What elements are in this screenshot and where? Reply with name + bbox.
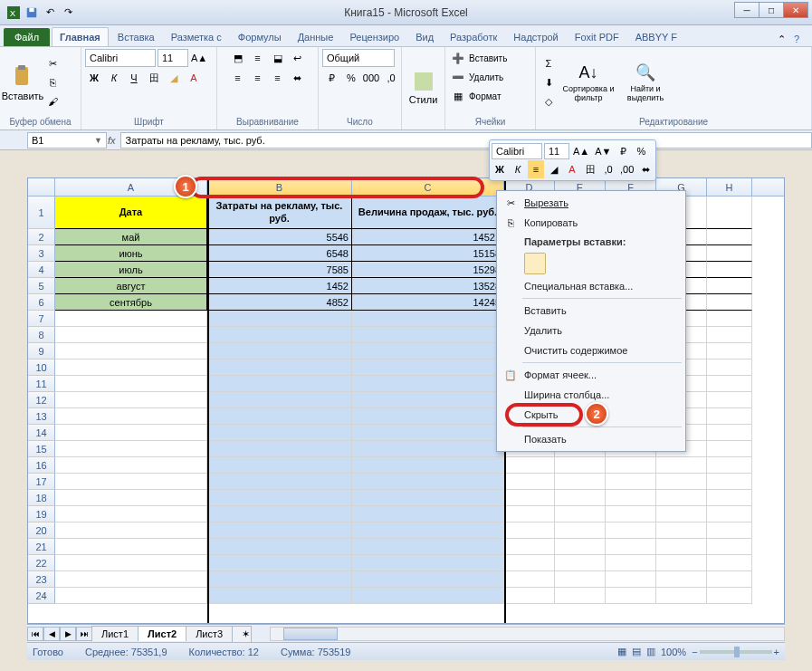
ctx-column-width[interactable]: Ширина столбца... <box>499 385 683 405</box>
tab-home[interactable]: Главная <box>52 27 109 46</box>
cell[interactable] <box>555 522 606 539</box>
close-button[interactable]: ✕ <box>783 2 808 18</box>
cell[interactable]: Затраты на рекламу, тыс. руб. <box>207 197 352 229</box>
cell[interactable] <box>352 392 504 408</box>
align-bot-icon[interactable]: ⬓ <box>269 49 287 67</box>
cell[interactable] <box>707 408 752 425</box>
font-color-icon[interactable]: A <box>185 69 203 87</box>
sheet-nav-last[interactable]: ⏭ <box>76 627 92 641</box>
mini-fill-icon[interactable]: ◢ <box>546 160 562 178</box>
cell[interactable] <box>707 359 752 376</box>
cell[interactable] <box>707 343 752 359</box>
row-header[interactable]: 11 <box>28 376 55 392</box>
cell[interactable] <box>55 539 207 555</box>
row-header[interactable]: 4 <box>28 262 55 278</box>
ctx-clear[interactable]: Очистить содержимое <box>499 340 683 360</box>
cell[interactable] <box>207 490 352 506</box>
mini-dec-dec-icon[interactable]: ,00 <box>618 160 635 178</box>
cell[interactable]: май <box>55 229 207 245</box>
cell[interactable] <box>707 571 752 588</box>
col-header-b[interactable]: B <box>207 178 352 196</box>
ctx-paste-special[interactable]: Специальная вставка... <box>499 276 683 296</box>
fill-color-icon[interactable]: ◢ <box>165 69 183 87</box>
cell[interactable] <box>504 506 555 522</box>
cell[interactable] <box>606 571 656 588</box>
mini-bold-icon[interactable]: Ж <box>492 160 508 178</box>
cell[interactable] <box>352 506 504 522</box>
cell[interactable] <box>55 425 207 441</box>
mini-align-icon[interactable]: ≡ <box>528 160 544 178</box>
cell[interactable] <box>606 555 656 571</box>
cell[interactable] <box>55 343 207 359</box>
cell[interactable] <box>656 522 707 539</box>
cell[interactable] <box>504 457 555 474</box>
cell[interactable] <box>352 343 504 359</box>
col-header-h[interactable]: H <box>707 178 752 196</box>
cell[interactable] <box>352 359 504 376</box>
cell[interactable] <box>504 571 555 588</box>
row-header[interactable]: 21 <box>28 539 55 555</box>
grow-font-icon[interactable]: A▲ <box>190 49 208 67</box>
cell[interactable] <box>55 571 207 588</box>
row-header[interactable]: 18 <box>28 490 55 506</box>
minimize-button[interactable]: ─ <box>734 2 759 18</box>
cell[interactable] <box>55 506 207 522</box>
mini-fontcolor-icon[interactable]: A <box>564 160 580 178</box>
cell[interactable]: 1452 <box>207 278 352 294</box>
cell[interactable] <box>55 392 207 408</box>
cell[interactable] <box>55 359 207 376</box>
namebox-dropdown-icon[interactable]: ▼ <box>94 136 102 145</box>
cell[interactable] <box>606 522 656 539</box>
mini-inc-dec-icon[interactable]: ,0 <box>600 160 616 178</box>
hscroll-thumb[interactable] <box>283 628 338 640</box>
insert-cells-icon[interactable]: ➕ <box>449 49 467 67</box>
view-pagebreak-icon[interactable]: ▥ <box>646 646 655 657</box>
mini-shrink-font-icon[interactable]: A▼ <box>593 142 613 160</box>
cell[interactable] <box>352 457 504 474</box>
tab-file[interactable]: Файл <box>4 28 50 46</box>
mini-italic-icon[interactable]: К <box>510 160 526 178</box>
cell[interactable] <box>504 522 555 539</box>
cell[interactable] <box>207 441 352 457</box>
cell[interactable] <box>707 245 752 262</box>
maximize-button[interactable]: □ <box>759 2 784 18</box>
row-header[interactable]: 3 <box>28 245 55 262</box>
cell[interactable]: сентябрь <box>55 294 207 311</box>
cell[interactable] <box>707 588 752 604</box>
cell[interactable] <box>707 474 752 490</box>
row-header[interactable]: 12 <box>28 392 55 408</box>
cell[interactable] <box>656 588 707 604</box>
cell[interactable]: 15158 <box>352 245 504 262</box>
insert-cells-label[interactable]: Вставить <box>469 53 507 63</box>
cell[interactable] <box>707 197 752 229</box>
format-cells-icon[interactable]: ▦ <box>449 87 467 105</box>
align-right-icon[interactable]: ≡ <box>269 69 287 87</box>
cell[interactable] <box>352 441 504 457</box>
cell[interactable] <box>352 555 504 571</box>
align-top-icon[interactable]: ⬒ <box>229 49 247 67</box>
currency-icon[interactable]: ₽ <box>322 69 340 87</box>
cell[interactable] <box>207 457 352 474</box>
mini-border-icon[interactable]: 田 <box>582 160 598 178</box>
percent-icon[interactable]: % <box>342 69 360 87</box>
cell[interactable] <box>707 229 752 245</box>
cell[interactable] <box>606 506 656 522</box>
cell[interactable] <box>207 555 352 571</box>
fx-icon[interactable]: fx <box>108 135 116 146</box>
cell[interactable] <box>555 571 606 588</box>
cell[interactable] <box>656 555 707 571</box>
border-icon[interactable]: 田 <box>145 69 163 87</box>
col-header-c[interactable]: C <box>352 178 504 196</box>
row-header[interactable]: 23 <box>28 571 55 588</box>
tab-addins[interactable]: Надстрой <box>506 28 565 46</box>
row-header[interactable]: 13 <box>28 408 55 425</box>
cell[interactable] <box>707 392 752 408</box>
cell[interactable] <box>707 294 752 311</box>
sheet-nav-prev[interactable]: ◀ <box>43 627 60 641</box>
cell[interactable] <box>352 571 504 588</box>
cell[interactable] <box>656 506 707 522</box>
cell[interactable] <box>207 343 352 359</box>
cell[interactable]: Величина продаж, тыс. руб. <box>352 197 504 229</box>
cell[interactable] <box>707 555 752 571</box>
sheet-tab-2[interactable]: Лист2 <box>138 626 186 641</box>
